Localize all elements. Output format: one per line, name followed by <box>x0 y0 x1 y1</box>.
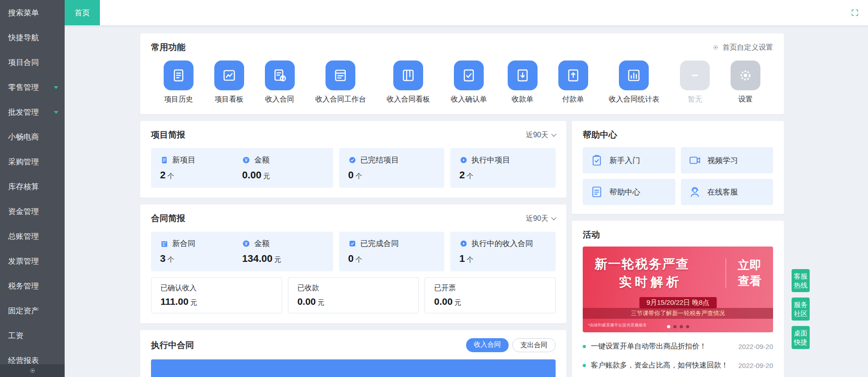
executing-contracts-card: 执行中合同 收入合同 支出合同 <box>140 330 566 377</box>
banner-cta[interactable]: 立即查看 <box>738 257 761 289</box>
tile-settings[interactable]: 设置 <box>731 61 760 104</box>
stat-unit: 个 <box>167 172 174 180</box>
stat-value: 3 <box>160 253 165 264</box>
help-item-help-center[interactable]: 帮助中心 <box>583 179 675 205</box>
project-range-dropdown[interactable]: 近90天 <box>526 130 556 140</box>
stat-label: 执行中的收入合同 <box>472 238 533 249</box>
stat-unit: 个 <box>355 172 362 180</box>
tile-income-contract-workbench[interactable]: 收入合同工作台 <box>315 61 366 104</box>
activity-banner[interactable]: 新一轮税务严查 实时解析 立即查看 9月15/20/22日 晚8点 三节课带你了… <box>583 247 773 332</box>
sidebar-item-inventory-accounting[interactable]: 库存核算 <box>0 174 65 199</box>
stat-label: 金额 <box>254 155 269 165</box>
sidebar-item-wholesale-mgmt[interactable]: 批发管理 <box>0 100 65 125</box>
customize-label: 首页自定义设置 <box>722 43 773 52</box>
carousel-dot[interactable] <box>667 325 670 328</box>
tile-label: 设置 <box>738 95 753 104</box>
news-item[interactable]: 客户账款多，资金占比高，如何快速回款！ 2022-09-20 <box>583 356 773 375</box>
stat-executing-projects: 执行中项目 2个 <box>450 148 556 188</box>
sidebar-item-label: 税务管理 <box>8 281 39 291</box>
stat-value: 0.00 <box>242 169 261 181</box>
news-item[interactable]: 一键设置开单自动带出商品折扣价！ 2022-09-20 <box>583 337 773 356</box>
stat-label: 已完结项目 <box>360 155 399 165</box>
stat-contract-amount: 金额 134.00元 <box>242 238 324 265</box>
home-customize-settings-button[interactable]: 首页自定义设置 <box>712 43 773 52</box>
help-item-video-learning[interactable]: 视频学习 <box>681 147 774 173</box>
tile-payment-voucher[interactable]: 付款单 <box>558 61 588 104</box>
total-unit: 元 <box>454 298 461 306</box>
tile-income-confirm[interactable]: 收入确认单 <box>451 61 487 104</box>
carousel-dot[interactable] <box>679 325 683 328</box>
sidebar: 搜索菜单 快捷导航 项目合同 零售管理 批发管理 小畅电商 采购管理 库存核算 … <box>0 0 65 377</box>
total-label: 已确认收入 <box>160 284 273 293</box>
service-hotline-button[interactable]: 客服热线 <box>792 269 810 292</box>
stat-unit: 个 <box>167 256 174 263</box>
tile-empty-slot[interactable]: 暂无 <box>680 61 710 104</box>
sidebar-item-search-menu[interactable]: 搜索菜单 <box>0 0 65 25</box>
tile-income-contract-stats[interactable]: 收入合同统计表 <box>609 61 659 104</box>
doc-icon <box>160 156 169 164</box>
tab-home[interactable]: 首页 <box>65 0 100 25</box>
tile-label: 收款单 <box>512 95 533 104</box>
main-content: 常用功能 首页自定义设置 项目历史 项目看板 收入合同 <box>65 25 868 377</box>
settings-gear-icon <box>738 68 753 83</box>
carousel-dot[interactable] <box>673 325 676 328</box>
sidebar-item-purchase-mgmt[interactable]: 采购管理 <box>0 149 65 174</box>
sidebar-item-fund-mgmt[interactable]: 资金管理 <box>0 199 65 224</box>
sidebar-item-general-ledger[interactable]: 总账管理 <box>0 224 65 249</box>
card-title: 帮助中心 <box>583 129 617 141</box>
tile-receipt-voucher[interactable]: 收款单 <box>508 61 538 104</box>
tile-income-contract[interactable]: 收入合同 <box>265 61 295 104</box>
desktop-shortcut-button[interactable]: 桌面快捷 <box>792 326 810 349</box>
contract-stat-group: 新合同 3个 金额 134.00元 <box>151 232 333 271</box>
service-community-button[interactable]: 服务社区 <box>792 298 810 321</box>
total-value: 0.00 <box>297 296 316 307</box>
sidebar-item-label: 批发管理 <box>8 107 39 117</box>
stat-label: 金额 <box>254 238 269 249</box>
tile-label: 收入合同工作台 <box>315 95 366 104</box>
help-item-online-service[interactable]: 在线客服 <box>681 179 774 205</box>
help-item-getting-started[interactable]: 新手入门 <box>583 147 675 173</box>
carousel-dot[interactable] <box>686 325 689 328</box>
receipt-voucher-icon <box>515 68 530 83</box>
sidebar-item-tax-mgmt[interactable]: 税务管理 <box>0 274 65 298</box>
stat-label: 已完成合同 <box>360 238 399 249</box>
sidebar-item-ecommerce[interactable]: 小畅电商 <box>0 125 65 149</box>
activity-news-list: 一键设置开单自动带出商品折扣价！ 2022-09-20 客户账款多，资金占比高，… <box>583 337 773 375</box>
sidebar-item-salary[interactable]: 工资 <box>0 323 65 348</box>
stat-finished-projects: 已完结项目 0个 <box>339 148 444 188</box>
chevron-down-icon <box>54 111 58 114</box>
card-title: 合同简报 <box>151 213 185 224</box>
card-title: 执行中合同 <box>151 340 194 351</box>
total-label: 已收款 <box>297 284 410 293</box>
stat-value: 0 <box>348 169 354 181</box>
yen-coin-icon <box>242 156 250 164</box>
contract-range-dropdown[interactable]: 近90天 <box>526 214 556 223</box>
stat-project-amount: 金额 0.00元 <box>242 155 324 181</box>
sidebar-item-label: 总账管理 <box>8 231 39 242</box>
stat-unit: 个 <box>355 256 362 263</box>
tab-income-contract[interactable]: 收入合同 <box>466 338 509 352</box>
tile-project-history[interactable]: 项目历史 <box>164 61 193 104</box>
carousel-dots <box>667 325 689 328</box>
range-label: 近90天 <box>526 214 548 223</box>
sidebar-item-fixed-assets[interactable]: 固定资产 <box>0 298 65 323</box>
yen-coin-icon <box>242 239 250 248</box>
fullscreen-icon[interactable] <box>851 9 859 17</box>
tile-project-kanban[interactable]: 项目看板 <box>214 61 244 104</box>
floating-side-buttons: 客服热线 服务社区 桌面快捷 <box>792 269 810 349</box>
sidebar-item-invoice-mgmt[interactable]: 发票管理 <box>0 249 65 274</box>
sidebar-item-label: 采购管理 <box>8 157 39 167</box>
sidebar-item-quick-nav[interactable]: 快捷导航 <box>0 25 65 50</box>
sidebar-settings-button[interactable] <box>0 364 65 377</box>
help-item-label: 帮助中心 <box>609 187 640 197</box>
stat-unit: 个 <box>467 172 473 180</box>
sidebar-item-retail-mgmt[interactable]: 零售管理 <box>0 75 65 100</box>
stat-value: 134.00 <box>242 253 272 264</box>
help-center-card: 帮助中心 新手入门 视频学习 帮助中心 <box>572 121 784 214</box>
chevron-down-icon <box>551 215 556 220</box>
sidebar-item-project-contract[interactable]: 项目合同 <box>0 50 65 75</box>
tile-income-contract-kanban[interactable]: 收入合同看板 <box>387 61 430 104</box>
total-received: 已收款 0.00元 <box>288 277 419 313</box>
tile-label: 付款单 <box>562 95 584 104</box>
tab-expense-contract[interactable]: 支出合同 <box>512 338 556 352</box>
